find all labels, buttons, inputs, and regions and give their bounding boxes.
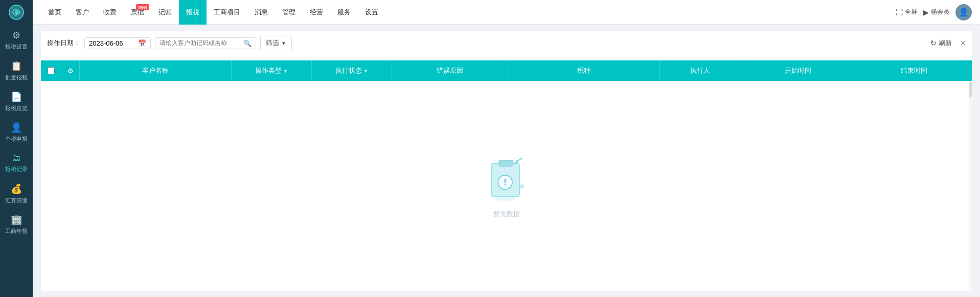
calendar-icon: 📅 bbox=[138, 39, 146, 47]
play-icon: ▶ bbox=[923, 8, 929, 16]
main-card: 操作日期： 📅 🔍 筛选 ▼ ↻ 刷新 × bbox=[41, 31, 972, 291]
sidebar-item-label: 报税记录 bbox=[5, 165, 28, 173]
filter-icon-status: ▼ bbox=[363, 68, 369, 74]
fullscreen-icon: ⛶ bbox=[896, 8, 903, 16]
table-wrap: ⚙ 客户名称 操作类型 ▼ 执行状态 ▼ 错误原因 bbox=[41, 60, 972, 291]
filter-label: 筛选 bbox=[266, 38, 279, 48]
refresh-button[interactable]: ↻ 刷新 bbox=[930, 38, 952, 48]
sidebar-logo bbox=[0, 0, 33, 25]
th-gear[interactable]: ⚙ bbox=[61, 60, 80, 81]
th-error-reason: 错误原因 bbox=[392, 60, 508, 81]
svg-point-10 bbox=[494, 197, 516, 201]
th-start-time: 开始时间 bbox=[740, 60, 856, 81]
new-badge: new bbox=[136, 4, 149, 10]
svg-point-7 bbox=[520, 184, 524, 188]
th-checkbox[interactable] bbox=[41, 60, 61, 81]
filter-icon-type: ▼ bbox=[283, 68, 288, 74]
person-icon: 👤 bbox=[11, 122, 22, 133]
sidebar-item-label: 汇算清缴 bbox=[5, 197, 28, 204]
toolbar-row: 操作日期： 📅 🔍 筛选 ▼ ↻ 刷新 × bbox=[41, 31, 972, 55]
svg-point-6 bbox=[491, 167, 494, 170]
topnav-items: 首页 客户 收费 票据 new 记账 报税 工商项目 消息 bbox=[41, 0, 896, 25]
date-picker[interactable]: 📅 bbox=[84, 37, 151, 49]
money-icon: 💰 bbox=[11, 183, 22, 195]
topnav: 首页 客户 收费 票据 new 记账 报税 工商项目 消息 bbox=[33, 0, 980, 25]
svg-point-1 bbox=[15, 11, 18, 14]
sidebar-item-huisuan-jiaona[interactable]: 💰 汇算清缴 bbox=[0, 178, 33, 209]
sidebar-item-label: 工商年报 bbox=[5, 227, 28, 235]
settings-icon: ⚙ bbox=[12, 30, 20, 41]
member-btn[interactable]: ▶ 畅会员 bbox=[923, 8, 949, 16]
empty-text: 暂无数据 bbox=[493, 209, 520, 219]
sidebar-item-piliang-baoshui[interactable]: 📋 批量报税 bbox=[0, 55, 33, 86]
chevron-down-icon: ▼ bbox=[281, 40, 286, 46]
sidebar-item-label: 报税总览 bbox=[5, 104, 28, 112]
building-icon: 🏢 bbox=[11, 214, 22, 225]
sidebar-item-gongshang-nianbao[interactable]: 🏢 工商年报 bbox=[0, 209, 33, 240]
main-area: 首页 客户 收费 票据 new 记账 报税 工商项目 消息 bbox=[33, 0, 980, 297]
gear-icon: ⚙ bbox=[67, 67, 74, 75]
table-header: ⚙ 客户名称 操作类型 ▼ 执行状态 ▼ 错误原因 bbox=[41, 60, 972, 81]
sidebar-item-baoshui-shezhi[interactable]: ⚙ 报税设置 bbox=[0, 25, 33, 55]
th-tax-type: 税种 bbox=[508, 60, 660, 81]
content-area: 操作日期： 📅 🔍 筛选 ▼ ↻ 刷新 × bbox=[33, 25, 980, 297]
scrollbar-track[interactable] bbox=[969, 81, 972, 291]
sidebar-item-label: 报税设置 bbox=[5, 43, 28, 50]
fullscreen-btn[interactable]: ⛶ 全屏 bbox=[896, 8, 917, 16]
date-input[interactable] bbox=[89, 39, 135, 47]
th-execution-status[interactable]: 执行状态 ▼ bbox=[312, 60, 392, 81]
th-end-time: 结束时间 bbox=[856, 60, 972, 81]
topnav-right: ⛶ 全屏 ▶ 畅会员 👤 bbox=[896, 4, 972, 20]
th-customer-name: 客户名称 bbox=[80, 60, 232, 81]
nav-shezhi[interactable]: 设置 bbox=[358, 0, 385, 25]
refresh-icon: ↻ bbox=[930, 39, 937, 47]
record-icon: 🗂 bbox=[12, 153, 21, 163]
sidebar-item-baoshui-jilu[interactable]: 🗂 报税记录 bbox=[0, 147, 33, 178]
filter-button[interactable]: 筛选 ▼ bbox=[260, 36, 292, 50]
overview-icon: 📄 bbox=[11, 91, 22, 102]
nav-jizhang[interactable]: 记账 bbox=[151, 0, 179, 25]
svg-rect-3 bbox=[499, 160, 513, 166]
sidebar: ⚙ 报税设置 📋 批量报税 📄 报税总览 👤 个税申报 🗂 报税记录 💰 汇算清… bbox=[0, 0, 33, 297]
sidebar-item-baoshui-zongjian[interactable]: 📄 报税总览 bbox=[0, 86, 33, 117]
search-input[interactable] bbox=[159, 39, 241, 47]
nav-jingying[interactable]: 经营 bbox=[303, 0, 330, 25]
empty-illustration: ! bbox=[484, 153, 530, 204]
nav-piaoju[interactable]: 票据 new bbox=[124, 0, 151, 25]
avatar-icon: 👤 bbox=[959, 7, 969, 17]
nav-guanli[interactable]: 管理 bbox=[275, 0, 303, 25]
th-executor: 执行人 bbox=[660, 60, 740, 81]
select-all-checkbox[interactable] bbox=[48, 67, 55, 74]
svg-text:!: ! bbox=[504, 178, 506, 187]
batch-icon: 📋 bbox=[11, 60, 22, 72]
scrollbar-thumb[interactable] bbox=[969, 82, 972, 97]
search-icon[interactable]: 🔍 bbox=[243, 39, 252, 47]
nav-fuwu[interactable]: 服务 bbox=[330, 0, 358, 25]
empty-state: ! 暂无数据 bbox=[484, 153, 530, 219]
nav-baoshui[interactable]: 报税 bbox=[179, 0, 207, 25]
nav-shoufei[interactable]: 收费 bbox=[96, 0, 124, 25]
sidebar-item-label: 个税申报 bbox=[5, 135, 28, 142]
nav-gongshang[interactable]: 工商项目 bbox=[207, 0, 247, 25]
nav-home[interactable]: 首页 bbox=[41, 0, 69, 25]
nav-customer[interactable]: 客户 bbox=[69, 0, 96, 25]
sidebar-item-label: 批量报税 bbox=[5, 74, 28, 81]
close-button[interactable]: × bbox=[960, 38, 966, 49]
th-operation-type[interactable]: 操作类型 ▼ bbox=[232, 60, 312, 81]
search-wrap[interactable]: 🔍 bbox=[155, 37, 256, 49]
sidebar-item-geshuishen-bao[interactable]: 👤 个税申报 bbox=[0, 117, 33, 147]
nav-xiaoxi[interactable]: 消息 bbox=[247, 0, 275, 25]
avatar[interactable]: 👤 bbox=[955, 4, 972, 20]
date-label: 操作日期： bbox=[47, 38, 80, 48]
table-body: ! 暂无数据 bbox=[41, 81, 972, 291]
